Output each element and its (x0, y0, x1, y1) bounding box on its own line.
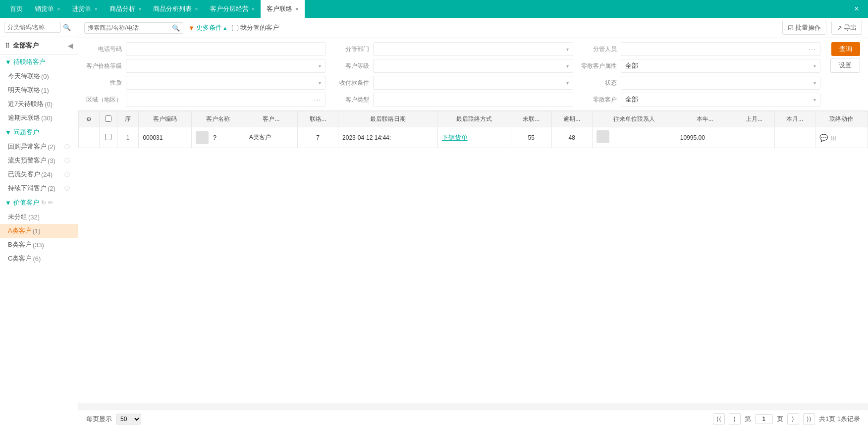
filter-label-price-level: 客户价格等级 (86, 62, 126, 70)
retail-attr-caret-icon: ▾ (814, 63, 816, 69)
nav-customer-contact-close[interactable]: × (295, 6, 298, 12)
filter-label-status: 状态 (581, 79, 621, 87)
filter-input-dept[interactable]: ▾ (373, 42, 573, 56)
filter-label-type: 客户类型 (333, 96, 373, 104)
filter-label-person: 分管人员 (581, 45, 621, 54)
col-check[interactable] (99, 111, 117, 127)
nav-sales[interactable]: 销货单 × (29, 0, 66, 18)
sidebar-item-7days[interactable]: 近7天待联络 (0) (0, 97, 78, 111)
nav-customer-segment[interactable]: 客户分层经营 × (204, 0, 261, 18)
per-page-select[interactable]: 50 100 (116, 414, 141, 425)
filter-cell-phone: 电话号码 (86, 42, 326, 56)
sidebar-item-today[interactable]: 今天待联络 (0) (0, 69, 78, 83)
row-contact: 7 (298, 127, 338, 148)
row-checkbox[interactable] (105, 134, 111, 140)
nav-home[interactable]: 首页 (4, 0, 29, 18)
sidebar-item-c-class[interactable]: C类客户 (6) (0, 252, 78, 266)
nav-customer-segment-close[interactable]: × (252, 6, 255, 12)
my-customers-filter: 我分管的客户 (232, 23, 279, 32)
filter-label-retail: 零散客户 (581, 96, 621, 104)
col-uncontacted: 未联... (511, 111, 551, 127)
batch-op-button[interactable]: ☑ 批量操作 (782, 21, 826, 35)
problem-group-title[interactable]: ▼ 问题客户 (0, 125, 78, 140)
next-page-button[interactable]: ⟩ (787, 413, 799, 425)
filter-input-nature[interactable]: ▾ (126, 76, 326, 90)
pending-group-title[interactable]: ▼ 待联络客户 (0, 54, 78, 69)
filter-input-payment[interactable]: ▾ (373, 76, 573, 90)
row-last-method[interactable]: 下销货单 (437, 127, 511, 148)
my-customers-checkbox[interactable] (232, 25, 238, 31)
nav-sales-close[interactable]: × (57, 6, 60, 12)
info-icon-2: ⓘ (64, 171, 70, 178)
row-action: 💬 ⊞ (815, 127, 868, 148)
sidebar-item-a-class[interactable]: A类客户 (1) (0, 224, 78, 238)
nav-product-analysis-close[interactable]: × (138, 6, 141, 12)
filter-input-region[interactable]: ··· (126, 93, 326, 107)
nav-purchase-close[interactable]: × (94, 6, 97, 12)
action-more-icon[interactable]: ⊞ (831, 134, 837, 142)
nav-purchase[interactable]: 进货单 × (66, 0, 103, 18)
sidebar-item-tomorrow[interactable]: 明天待联络 (1) (0, 83, 78, 97)
window-close-button[interactable]: × (849, 1, 864, 16)
nav-customer-contact[interactable]: 客户联络 × (261, 0, 304, 18)
sidebar-collapse-icon[interactable]: ◀ (68, 42, 73, 50)
page-label: 第 (745, 415, 751, 424)
sidebar-item-churn-warning[interactable]: 流失预警客户 (3) ⓘ (0, 154, 78, 167)
sidebar-item-repurchase-anomaly[interactable]: 回购异常客户 (2) ⓘ (0, 140, 78, 154)
horizontal-scrollbar[interactable] (78, 403, 868, 410)
nav-product-analysis-list-close[interactable]: × (195, 6, 198, 12)
nav-product-analysis-list[interactable]: 商品分析列表 × (147, 0, 204, 18)
filter-input-person[interactable]: ··· (621, 42, 820, 56)
filter-input-phone[interactable] (126, 42, 326, 56)
col-contacts: 往来单位联系人 (592, 111, 676, 127)
query-buttons-area: 查询 设置 (820, 42, 860, 73)
filter-input-level[interactable]: ▾ (373, 59, 573, 73)
value-group-title[interactable]: ▼ 价值客户 ↻ ✏ (0, 195, 78, 210)
col-gear[interactable]: ⚙ (79, 111, 100, 127)
value-arrow-icon: ▼ (5, 199, 11, 207)
filter-search-input[interactable] (88, 24, 172, 31)
grid-icon: ⠿ (5, 42, 10, 50)
nav-product-analysis[interactable]: 商品分析 × (104, 0, 147, 18)
prev-page-button[interactable]: ⟨ (729, 413, 741, 425)
filter-input-retail-attr[interactable]: 全部 ▾ (621, 59, 820, 73)
sidebar-search-icon[interactable]: 🔍 (63, 24, 71, 31)
filter-input-price-level[interactable]: ▾ (126, 59, 326, 73)
problem-arrow-icon: ▼ (5, 129, 11, 136)
col-overdue: 逾期... (551, 111, 592, 127)
query-button[interactable]: 查询 (831, 42, 860, 56)
last-method-link[interactable]: 下销货单 (442, 134, 468, 141)
col-type: 客户... (245, 111, 297, 127)
filter-input-retail[interactable]: 全部 ▾ (621, 93, 820, 107)
sidebar-item-overdue[interactable]: 逾期未联络 (30) (0, 111, 78, 125)
set-button[interactable]: 设置 (830, 58, 860, 73)
problem-group: ▼ 问题客户 回购异常客户 (2) ⓘ 流失预警客户 (3) ⓘ 已流失客户 (… (0, 125, 78, 195)
filter-search-icon[interactable]: 🔍 (172, 24, 180, 32)
row-last-date: 2023-04-12 14:44: (338, 127, 438, 148)
filter-input-status[interactable]: ▾ (621, 76, 820, 90)
sidebar-item-declining[interactable]: 持续下滑客户 (2) ⓘ (0, 181, 78, 195)
sidebar-all-customers[interactable]: ⠿ 全部客户 ◀ (0, 37, 78, 54)
more-filters-button[interactable]: ▼ 更多条件 ▴ (188, 23, 227, 32)
filter-search-box[interactable]: 🔍 (84, 22, 183, 34)
filter-input-type[interactable] (373, 93, 573, 107)
col-code: 客户编码 (139, 111, 191, 127)
last-page-button[interactable]: ⟩⟩ (803, 413, 815, 425)
page-number-input[interactable] (755, 414, 773, 424)
info-icon-3: ⓘ (64, 185, 70, 192)
row-check[interactable] (99, 127, 117, 148)
action-chat-icon[interactable]: 💬 (819, 134, 828, 142)
sidebar-item-churned[interactable]: 已流失客户 (24) ⓘ (0, 167, 78, 181)
refresh-icon[interactable]: ↻ (41, 199, 46, 206)
select-all-checkbox[interactable] (105, 115, 111, 122)
level-caret-icon: ▾ (566, 63, 569, 69)
sidebar-item-unclassified[interactable]: 未分组 (32) (0, 210, 78, 224)
customer-avatar (196, 131, 209, 144)
first-page-button[interactable]: ⟨⟨ (713, 413, 725, 425)
sidebar-item-b-class[interactable]: B类客户 (33) (0, 238, 78, 252)
filter-label-payment: 收付款条件 (333, 79, 373, 87)
export-button[interactable]: ↗ 导出 (831, 21, 862, 35)
edit-icon[interactable]: ✏ (48, 199, 53, 206)
col-last-method: 最后联络方式 (437, 111, 511, 127)
sidebar-search-input[interactable] (4, 22, 61, 33)
